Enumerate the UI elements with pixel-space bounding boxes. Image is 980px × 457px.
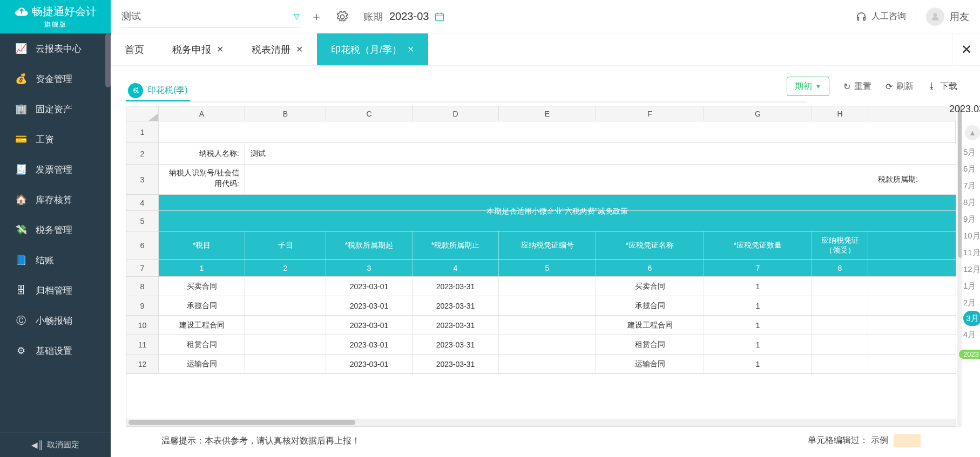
close-icon[interactable]: ✕: [296, 44, 303, 54]
tab[interactable]: 印花税（月/季）✕: [317, 33, 428, 65]
cell[interactable]: 运输合同: [159, 354, 245, 373]
sidebar-item[interactable]: 💳工资: [0, 124, 111, 154]
cell[interactable]: 2023-03-01: [326, 296, 413, 315]
period-month[interactable]: 12月: [963, 261, 980, 277]
column-header[interactable]: F: [596, 106, 704, 121]
sidebar-scrollbar[interactable]: [105, 33, 111, 87]
period-month[interactable]: 8月: [963, 194, 980, 210]
period-month[interactable]: 1月: [963, 277, 980, 294]
cell[interactable]: 承揽合同: [596, 296, 704, 315]
row-header[interactable]: 12: [126, 354, 159, 373]
row-header[interactable]: 11: [126, 335, 159, 354]
cell[interactable]: 2023-03-01: [326, 277, 413, 296]
cell[interactable]: 承揽合同: [159, 296, 245, 315]
tab[interactable]: 税务申报✕: [158, 33, 238, 65]
cell[interactable]: 2023-03-31: [413, 316, 499, 335]
download-button[interactable]: ⭳ 下载: [928, 81, 957, 92]
tab[interactable]: 首页: [111, 33, 158, 65]
sidebar-item[interactable]: 🏠库存核算: [0, 185, 111, 215]
consult-link[interactable]: 人工咨询: [855, 11, 906, 23]
cell[interactable]: 2023-03-31: [413, 335, 499, 354]
sidebar-item[interactable]: Ⓒ小畅报销: [0, 305, 111, 336]
column-header[interactable]: B: [245, 106, 326, 121]
sidebar-item[interactable]: 🧾发票管理: [0, 154, 111, 185]
cell[interactable]: [499, 277, 596, 296]
sidebar-unpin[interactable]: ◀║ 取消固定: [0, 432, 111, 457]
cell[interactable]: [499, 335, 596, 354]
close-all-tabs[interactable]: ✕: [952, 33, 980, 65]
cell[interactable]: 1: [704, 277, 812, 296]
period-month[interactable]: 7月: [963, 177, 980, 194]
sidebar-item[interactable]: 🗄归档管理: [0, 275, 111, 305]
period-month[interactable]: 5月: [963, 144, 980, 160]
sidebar-item[interactable]: 📘结账: [0, 245, 111, 275]
period-month[interactable]: 10月: [963, 227, 980, 244]
cell[interactable]: [245, 354, 326, 373]
cell[interactable]: [326, 143, 956, 164]
column-header[interactable]: G: [704, 106, 812, 121]
row-header[interactable]: 9: [126, 296, 159, 315]
company-selector[interactable]: 测试 ▽: [121, 6, 300, 28]
subtab-stamp-tax[interactable]: 税 印花税(季): [126, 81, 190, 101]
cell[interactable]: [812, 316, 868, 335]
period-month[interactable]: 2月: [963, 294, 980, 311]
row-header[interactable]: 3: [126, 165, 159, 194]
sidebar-item[interactable]: 📈云报表中心: [0, 33, 111, 64]
cell[interactable]: 运输合同: [596, 354, 704, 373]
close-icon[interactable]: ✕: [217, 44, 224, 54]
column-header[interactable]: D: [413, 106, 499, 121]
sidebar-item[interactable]: 🏢固定资产: [0, 94, 111, 124]
period-month[interactable]: 11月: [963, 244, 980, 261]
period-month[interactable]: 9月: [963, 210, 980, 227]
row-header[interactable]: 7: [126, 260, 159, 276]
column-header[interactable]: H: [812, 106, 868, 121]
row-header[interactable]: 8: [126, 277, 159, 296]
row-header[interactable]: 5: [126, 211, 159, 231]
cell[interactable]: 2023-03-31: [413, 296, 499, 315]
cell[interactable]: 买卖合同: [159, 277, 245, 296]
cell[interactable]: 租赁合同: [159, 335, 245, 354]
cell[interactable]: [499, 316, 596, 335]
sidebar-item[interactable]: ⚙基础设置: [0, 336, 111, 366]
cell[interactable]: [812, 335, 868, 354]
period-value[interactable]: 2023-03: [389, 10, 429, 23]
scrollbar-thumb[interactable]: [129, 420, 355, 425]
cell[interactable]: 2023-03-01: [326, 316, 413, 335]
row-header[interactable]: 1: [126, 121, 159, 142]
column-header[interactable]: C: [326, 106, 413, 121]
cell[interactable]: [245, 277, 326, 296]
horizontal-scrollbar[interactable]: [126, 419, 956, 426]
refresh-button[interactable]: ⟳ 刷新: [886, 81, 914, 92]
sidebar-item[interactable]: 💸税务管理: [0, 215, 111, 245]
cell[interactable]: [159, 121, 956, 142]
cell[interactable]: 1: [704, 354, 812, 373]
column-header[interactable]: E: [499, 106, 596, 121]
cell[interactable]: [499, 296, 596, 315]
row-header[interactable]: 6: [126, 231, 159, 259]
cell[interactable]: 租赁合同: [596, 335, 704, 354]
cell[interactable]: 2023-03-31: [413, 354, 499, 373]
period-month[interactable]: 3月: [963, 311, 980, 326]
cell[interactable]: 建设工程合同: [596, 316, 704, 335]
cell[interactable]: 2023-03-31: [413, 277, 499, 296]
calendar-icon[interactable]: [434, 11, 445, 22]
cell[interactable]: [245, 316, 326, 335]
cell[interactable]: 1: [704, 335, 812, 354]
cell[interactable]: [812, 277, 868, 296]
close-icon[interactable]: ✕: [407, 44, 414, 54]
period-begin-button[interactable]: 期初 ▼: [787, 77, 829, 96]
cell[interactable]: 建设工程合同: [159, 316, 245, 335]
cell[interactable]: 买卖合同: [596, 277, 704, 296]
row-header[interactable]: 4: [126, 195, 159, 210]
cell[interactable]: 1: [704, 296, 812, 315]
cell[interactable]: [245, 296, 326, 315]
policy-banner[interactable]: 本期是否适用小微企业“六税两费”减免政策: [159, 201, 956, 221]
row-header[interactable]: 10: [126, 316, 159, 335]
cell[interactable]: 2023-03-01: [326, 335, 413, 354]
period-month[interactable]: 4月: [963, 326, 980, 343]
cell[interactable]: [812, 354, 868, 373]
settings-gear-icon[interactable]: [333, 8, 352, 26]
reset-button[interactable]: ↻ 重置: [843, 81, 871, 92]
tab[interactable]: 税表清册✕: [238, 33, 317, 65]
cell[interactable]: 2023-03-01: [326, 354, 413, 373]
